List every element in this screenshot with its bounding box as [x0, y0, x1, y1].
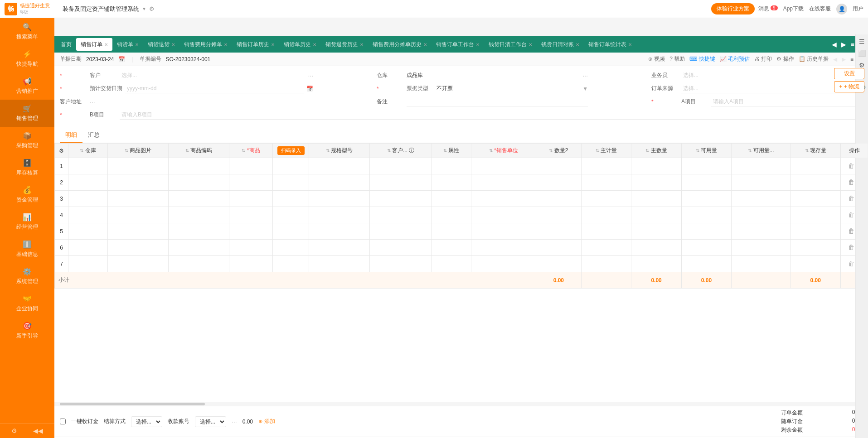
sidebar-item-enterprise[interactable]: 🤝 企业协同	[0, 290, 54, 317]
row-delete-icon[interactable]: 🗑	[848, 162, 854, 170]
message-area[interactable]: 消息 9	[758, 5, 778, 13]
row-delete-icon[interactable]: 🗑	[848, 211, 854, 219]
sidebar-item-basic[interactable]: ℹ️ 基础信息	[0, 236, 54, 263]
col-available[interactable]: ⇅ 可用量	[681, 144, 731, 158]
row-available2[interactable]	[732, 207, 790, 223]
online-service-link[interactable]: 在线客服	[809, 5, 831, 13]
history-link[interactable]: 📋 历史单据	[799, 55, 829, 63]
col-customer-code[interactable]: ⇅ 客户... ⓘ	[370, 144, 432, 158]
col-settings[interactable]: ⚙	[55, 144, 68, 158]
col-warehouse[interactable]: ⇅ 仓库	[68, 144, 108, 158]
row-product-code[interactable]	[168, 207, 229, 223]
delivery-calendar-icon[interactable]: 📅	[306, 86, 313, 92]
a-project-input[interactable]	[711, 97, 863, 106]
scroll-thumb[interactable]	[60, 403, 205, 405]
settings-button[interactable]: 设置	[834, 68, 864, 79]
row-sales-unit[interactable]	[471, 174, 536, 191]
row-attributes[interactable]	[432, 174, 471, 191]
row-current-stock[interactable]	[790, 191, 841, 207]
row-delete-icon[interactable]: 🗑	[848, 195, 854, 202]
row-spec[interactable]	[309, 223, 370, 240]
row-attributes[interactable]	[432, 223, 471, 240]
row-quantity2[interactable]	[536, 256, 581, 272]
tab-refund-history[interactable]: 销货退货历史 ✕	[321, 38, 368, 51]
col-spec[interactable]: ⇅ 规格型号	[309, 144, 370, 158]
add-logistics-button[interactable]: + + 物流	[834, 81, 864, 92]
col-scan[interactable]: 扫码录入	[273, 144, 309, 158]
row-product[interactable]	[229, 207, 272, 223]
tab-order-workbench[interactable]: 销售订单工作台 ✕	[432, 38, 484, 51]
horizontal-scrollbar[interactable]	[54, 402, 868, 406]
col-main-unit[interactable]: ⇅ 主计量	[581, 144, 631, 158]
scan-button[interactable]: 扫码录入	[277, 146, 305, 155]
row-available2[interactable]	[732, 158, 790, 174]
b-project-input[interactable]	[120, 110, 863, 120]
tab-next-button[interactable]: ▶	[839, 41, 848, 48]
row-warehouse[interactable]	[68, 207, 108, 223]
row-warehouse[interactable]	[68, 240, 108, 256]
row-sales-unit[interactable]	[471, 256, 536, 272]
row-product-img[interactable]	[107, 207, 168, 223]
row-available[interactable]	[681, 223, 731, 240]
calendar-icon[interactable]: 📅	[118, 56, 125, 63]
row-warehouse[interactable]	[68, 223, 108, 240]
account-more-icon[interactable]: ···	[232, 418, 237, 425]
row-product-code[interactable]	[168, 191, 229, 207]
list-view-icon[interactable]: ≡	[850, 56, 853, 63]
row-main-unit[interactable]	[581, 256, 631, 272]
sidebar-item-sales[interactable]: 🛒 销售管理	[0, 100, 54, 127]
col-current-stock[interactable]: ⇅ 现存量	[790, 144, 841, 158]
staff-input[interactable]	[681, 71, 854, 80]
row-current-stock[interactable]	[790, 158, 841, 174]
settings-icon[interactable]: ⚙	[149, 5, 155, 12]
tab-close-icon[interactable]: ✕	[476, 42, 480, 47]
view-link[interactable]: ⊙ 视频	[648, 55, 665, 63]
tab-close-icon[interactable]: ✕	[224, 42, 228, 47]
profit-link[interactable]: 📈 毛利预估	[720, 55, 750, 63]
row-delete-icon[interactable]: 🗑	[848, 227, 854, 235]
row-available2[interactable]	[732, 191, 790, 207]
row-available2[interactable]	[732, 256, 790, 272]
row-attributes[interactable]	[432, 191, 471, 207]
row-delete-icon[interactable]: 🗑	[848, 244, 854, 251]
row-product-img[interactable]	[107, 223, 168, 240]
row-main-unit[interactable]	[581, 240, 631, 256]
row-sales-unit[interactable]	[471, 223, 536, 240]
payment-method-select[interactable]: 选择...	[131, 416, 162, 427]
row-available[interactable]	[681, 158, 731, 174]
row-available2[interactable]	[732, 223, 790, 240]
address-more-icon[interactable]: ···	[90, 98, 95, 106]
row-available[interactable]	[681, 256, 731, 272]
print-link[interactable]: 🖨 打印	[754, 55, 772, 63]
sidebar-item-operation[interactable]: 📊 经营管理	[0, 208, 54, 236]
row-sales-unit[interactable]	[471, 158, 536, 174]
row-product-code[interactable]	[168, 158, 229, 174]
sidebar-item-quick[interactable]: ⚡ 快捷导航	[0, 45, 54, 72]
row-warehouse[interactable]	[68, 158, 108, 174]
row-product-code[interactable]	[168, 240, 229, 256]
sidebar-item-search[interactable]: 🔍 搜索菜单	[0, 18, 54, 45]
sidebar-collapse-icon[interactable]: ◀◀	[33, 427, 43, 434]
row-available[interactable]	[681, 174, 731, 191]
row-available2[interactable]	[732, 174, 790, 191]
row-product[interactable]	[229, 174, 272, 191]
tab-sales-refund[interactable]: 销货退货 ✕	[143, 38, 179, 51]
tab-prev-button[interactable]: ◀	[830, 41, 839, 48]
add-link[interactable]: ⊕ 添加	[258, 418, 275, 425]
row-main-qty[interactable]	[631, 223, 681, 240]
tab-close-icon[interactable]: ✕	[271, 42, 275, 47]
col-attributes[interactable]: ⇅ 属性	[432, 144, 471, 158]
tab-close-icon[interactable]: ✕	[104, 42, 108, 47]
sidebar-item-marketing[interactable]: 📢 营销推广	[0, 72, 54, 100]
row-main-qty[interactable]	[631, 158, 681, 174]
row-quantity2[interactable]	[536, 223, 581, 240]
row-current-stock[interactable]	[790, 240, 841, 256]
row-product-code[interactable]	[168, 223, 229, 240]
right-panel-icon-2[interactable]: ⬜	[857, 48, 868, 59]
row-product-img[interactable]	[107, 158, 168, 174]
row-quantity2[interactable]	[536, 191, 581, 207]
row-product-img[interactable]	[107, 256, 168, 272]
tab-order-history[interactable]: 销售订单历史 ✕	[232, 38, 279, 51]
row-product-img[interactable]	[107, 191, 168, 207]
row-spec[interactable]	[309, 256, 370, 272]
